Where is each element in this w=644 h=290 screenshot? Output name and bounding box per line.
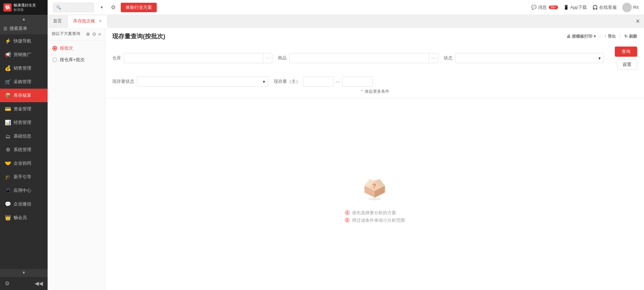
form-row-1: 仓库 ··· 商品 ··· 状态 — [112, 43, 637, 73]
app-download-label: App下载 — [570, 4, 587, 11]
newbie-icon: 🎓 — [5, 174, 11, 180]
product-dots-button[interactable]: ··· — [429, 53, 438, 63]
stock-qty-range: — — [303, 76, 373, 87]
stock-status-select[interactable]: ▾ — [137, 76, 268, 87]
stock-qty-to[interactable] — [342, 76, 373, 87]
status-select[interactable]: ▾ — [455, 53, 604, 63]
sidebar-item-wechat[interactable]: 💬 企业微信 — [0, 197, 48, 211]
query-button[interactable]: 查询 — [615, 47, 637, 57]
warehouse-input[interactable] — [124, 53, 272, 63]
system-icon: ⚙ — [5, 147, 11, 153]
divider — [600, 34, 600, 39]
sidebar-item-basic[interactable]: 🗂 基础信息 — [0, 129, 48, 143]
quick-nav-icon: ⚡ — [5, 38, 11, 44]
app-logo: 畅 — [3, 3, 12, 12]
sidebar-item-label: 企业微信 — [14, 201, 31, 207]
tip-text-1: 请先选择要分析的方案 — [352, 210, 396, 216]
svg-point-6 — [368, 198, 382, 200]
refresh-label: 刷新 — [629, 34, 637, 39]
filter-item-warehouse-batch[interactable]: 按仓库+批次 — [48, 54, 105, 66]
topbar-gear-button[interactable]: ⚙ — [108, 3, 118, 12]
sidebar-item-operations[interactable]: 📊 经营管理 — [0, 116, 48, 129]
sidebar-item-sales[interactable]: 💰 销售管理 — [0, 61, 48, 75]
filter-item-batch[interactable]: 按批次 — [48, 42, 105, 54]
warehouse-dots-button[interactable]: ··· — [263, 53, 272, 63]
query-btn-group: 查询 设置 — [609, 47, 637, 70]
messages-button[interactable]: 💬 消息 99+ — [531, 4, 558, 11]
sidebar-search[interactable]: ☰ 搜索菜单 — [0, 23, 48, 34]
export-label: 导出 — [608, 34, 616, 39]
product-input[interactable] — [289, 53, 438, 63]
sidebar-item-purchase[interactable]: 🛒 采购管理 — [0, 75, 48, 89]
online-service-label: 在线客服 — [599, 4, 617, 11]
sidebar: 畅 畅康通好生意 标准版 ▲ ☰ 搜索菜单 ⚡ 快捷导航 📢 营销推广 💰 销售… — [0, 0, 48, 290]
tab-batch-label: 库存批次账 — [73, 18, 95, 24]
stock-qty-from[interactable] — [303, 76, 334, 87]
content-area: 按以下方案查询 ⊕ ⊙ « 按批次 按仓库+批次 — [48, 28, 644, 290]
tab-home-label: 首页 — [53, 18, 62, 24]
app-download-button[interactable]: 📱 App下载 — [563, 4, 587, 11]
product-label: 商品 — [278, 55, 287, 61]
sidebar-item-enterprise[interactable]: 🤝 企业协同 — [0, 157, 48, 170]
search-form: 仓库 ··· 商品 ··· 状态 — [105, 43, 644, 98]
topbar-left: 🔍 ▾ ⚙ 体验行业方案 — [53, 3, 528, 12]
sidebar-item-marketing[interactable]: 📢 营销推广 — [0, 48, 48, 61]
sidebar-item-label: 企业协同 — [14, 160, 31, 166]
sidebar-item-label: 畅会员 — [14, 215, 27, 221]
warehouse-group: 仓库 ··· — [112, 53, 272, 63]
apps-icon: 📱 — [5, 187, 11, 194]
empty-illustration: ? — [354, 164, 395, 204]
radio-warehouse-batch — [52, 57, 57, 62]
sidebar-footer: ⚙ ◀◀ — [0, 276, 48, 290]
messages-label: 消息 — [538, 4, 547, 11]
refresh-button[interactable]: ↻ 刷新 — [624, 34, 637, 39]
basic-icon: 🗂 — [5, 133, 11, 139]
sidebar-item-label: 系统管理 — [14, 147, 31, 153]
tab-panel-close-button[interactable]: ✕ — [631, 18, 644, 24]
title-actions: 🖨 按模板打印 ▾ ↑ 导出 ↻ 刷新 — [566, 34, 637, 39]
sidebar-item-quick-nav[interactable]: ⚡ 快捷导航 — [0, 34, 48, 48]
sidebar-item-finance[interactable]: 💳 资金管理 — [0, 102, 48, 116]
sidebar-item-label: 基础信息 — [14, 133, 31, 139]
query-title-bar: 现存量查询(按批次) 🖨 按模板打印 ▾ ↑ 导出 ↻ 刷 — [105, 28, 644, 43]
sidebar-item-label: 营销推广 — [14, 52, 31, 58]
marketing-icon: 📢 — [5, 52, 11, 58]
trial-button[interactable]: 体验行业方案 — [121, 3, 157, 12]
chevron-stock-icon: ▾ — [263, 79, 265, 84]
filter-item-label: 按仓库+批次 — [60, 57, 85, 63]
top-search-box[interactable]: 🔍 — [53, 3, 94, 12]
online-service-button[interactable]: 🎧 在线客服 — [592, 4, 617, 11]
sidebar-scroll-down[interactable]: ▼ — [0, 269, 48, 276]
settings-button[interactable]: 设置 — [617, 59, 637, 70]
settings-icon[interactable]: ⚙ — [5, 280, 10, 287]
sidebar-header: 畅 畅康通好生意 标准版 — [0, 0, 48, 15]
filter-add-button[interactable]: ⊕ — [86, 31, 90, 37]
collapse-icon[interactable]: ◀◀ — [35, 280, 43, 287]
print-button[interactable]: 🖨 按模板打印 ▾ — [566, 34, 596, 39]
sidebar-item-apps[interactable]: 📱 应用中心 — [0, 184, 48, 197]
search-icon: ☰ — [3, 26, 7, 31]
finance-icon: 💳 — [5, 106, 11, 112]
app-edition: 标准版 — [14, 7, 36, 12]
refresh-icon: ↻ — [624, 34, 628, 39]
chevron-up-icon: ⌃ — [360, 89, 363, 94]
sales-icon: 💰 — [5, 65, 11, 71]
form-row-2: 现存量状态 ▾ 现存量（主） — — [112, 73, 637, 87]
tab-home[interactable]: 首页 — [48, 15, 68, 27]
member-icon: 👑 — [5, 215, 11, 221]
export-button[interactable]: ↑ 导出 — [604, 34, 616, 39]
dropdown-button[interactable]: ▾ — [97, 3, 106, 11]
filter-settings-icon[interactable]: ⊙ — [92, 31, 96, 37]
tab-close-icon[interactable]: ✕ — [99, 19, 102, 23]
filter-collapse-icon[interactable]: « — [98, 31, 101, 37]
collapse-button[interactable]: ⌃ 收起更多条件 — [112, 87, 637, 98]
sidebar-item-system[interactable]: ⚙ 系统管理 — [0, 143, 48, 157]
sidebar-item-inventory[interactable]: 📦 库存核算 — [0, 89, 48, 102]
sidebar-item-member[interactable]: 👑 畅会员 — [0, 211, 48, 224]
sidebar-item-newbie[interactable]: 🎓 新手引导 — [0, 170, 48, 184]
sidebar-scroll-up[interactable]: ▲ — [0, 15, 48, 23]
sidebar-item-label: 快捷导航 — [14, 38, 31, 44]
tip-1: 1 请先选择要分析的方案 — [344, 210, 405, 216]
user-info[interactable]: Rit — [622, 3, 639, 12]
tab-batch[interactable]: 库存批次账 ✕ — [68, 15, 108, 28]
